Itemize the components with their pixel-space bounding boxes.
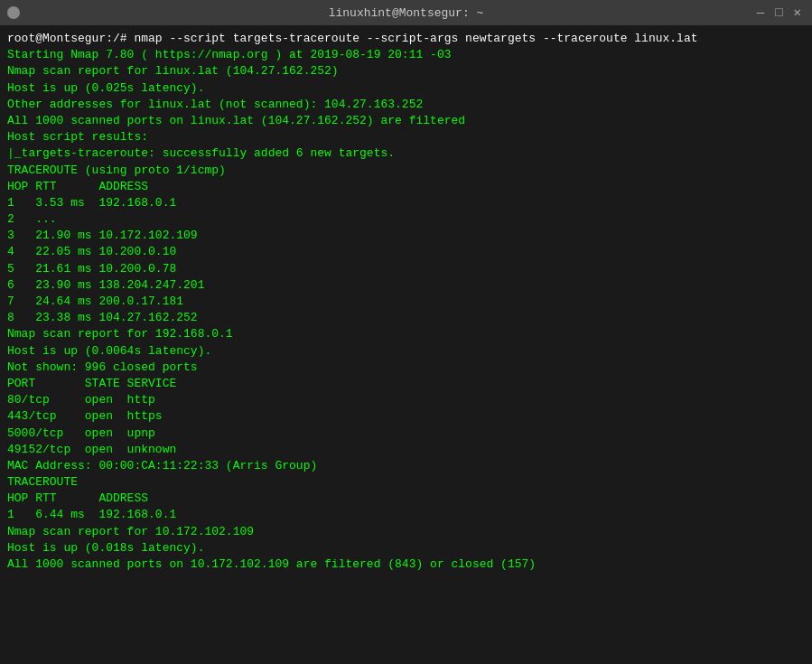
terminal-line: 80/tcp open http — [7, 392, 805, 408]
terminal-line: Host is up (0.018s latency). — [7, 540, 805, 556]
terminal-line: MAC Address: 00:00:CA:11:22:33 (Arris Gr… — [7, 458, 805, 474]
terminal-line: All 1000 scanned ports on 10.172.102.109… — [7, 556, 805, 573]
window-controls: — □ ✕ — [753, 6, 805, 19]
terminal-line: Host is up (0.0064s latency). — [7, 343, 805, 360]
terminal-line: |_targets-traceroute: successfully added… — [7, 145, 805, 162]
terminal-line: Starting Nmap 7.80 ( https://nmap.org ) … — [7, 47, 805, 63]
terminal-line: HOP RTT ADDRESS — [7, 491, 805, 507]
terminal-line: PORT STATE SERVICE — [7, 376, 805, 392]
terminal-line: 6 23.90 ms 138.204.247.201 — [7, 277, 805, 294]
terminal-line: 5 21.61 ms 10.200.0.78 — [7, 261, 805, 277]
terminal-line: 49152/tcp open unknown — [7, 442, 805, 458]
title-bar-left — [7, 6, 20, 19]
terminal-line: Nmap scan report for linux.lat (104.27.1… — [7, 63, 805, 79]
terminal-line: TRACEROUTE (using proto 1/icmp) — [7, 163, 805, 179]
terminal-line: 1 3.53 ms 192.168.0.1 — [7, 195, 805, 211]
terminal-line: Nmap scan report for 10.172.102.109 — [7, 524, 805, 540]
terminal-line: 3 21.90 ms 10.172.102.109 — [7, 228, 805, 244]
terminal-line: Host script results: — [7, 129, 805, 145]
window-title: linuxhint@Montsegur: ~ — [329, 6, 484, 20]
terminal-line: 443/tcp open https — [7, 408, 805, 425]
close-button[interactable]: ✕ — [790, 6, 805, 19]
terminal-line: Other addresses for linux.lat (not scann… — [7, 97, 805, 113]
terminal-line: TRACEROUTE — [7, 474, 805, 491]
terminal-line: 2 ... — [7, 211, 805, 228]
minimize-button[interactable]: — — [753, 6, 768, 19]
terminal-line: 8 23.38 ms 104.27.162.252 — [7, 310, 805, 326]
maximize-button[interactable]: □ — [771, 6, 786, 19]
terminal-line: All 1000 scanned ports on linux.lat (104… — [7, 113, 805, 129]
terminal-content[interactable]: root@Montsegur:/# nmap --script targets-… — [0, 25, 812, 664]
terminal-window: linuxhint@Montsegur: ~ — □ ✕ root@Montse… — [0, 0, 812, 664]
terminal-line: root@Montsegur:/# nmap --script targets-… — [7, 31, 805, 47]
terminal-line: 7 24.64 ms 200.0.17.181 — [7, 294, 805, 310]
terminal-line: Not shown: 996 closed ports — [7, 360, 805, 376]
terminal-line: Host is up (0.025s latency). — [7, 80, 805, 97]
terminal-line: 1 6.44 ms 192.168.0.1 — [7, 507, 805, 523]
terminal-line: Nmap scan report for 192.168.0.1 — [7, 326, 805, 342]
terminal-line: 5000/tcp open upnp — [7, 426, 805, 442]
terminal-line: 4 22.05 ms 10.200.0.10 — [7, 244, 805, 260]
title-bar: linuxhint@Montsegur: ~ — □ ✕ — [0, 0, 812, 25]
terminal-line: HOP RTT ADDRESS — [7, 179, 805, 195]
window-icon — [7, 6, 20, 19]
